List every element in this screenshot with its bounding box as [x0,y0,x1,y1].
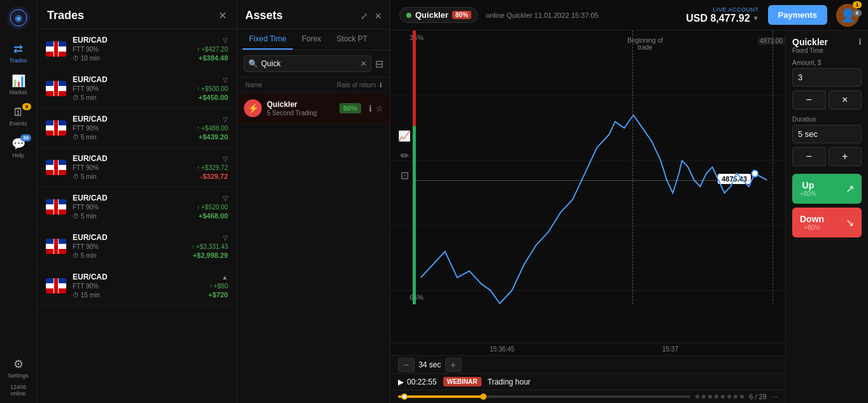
nav-label-help: Help [12,152,24,159]
nav-item-settings[interactable]: ⚙ Settings [0,352,36,384]
asset-item[interactable]: ⚡ Quickler 5 Second Trading 80% ℹ ☆ [238,93,390,124]
dot-4 [715,395,718,399]
account-label: LIVE ACCOUNT [686,6,758,13]
assets-search-input[interactable] [244,55,371,72]
svg-text:◉: ◉ [15,13,22,23]
trade-pair: EUR/CAD [73,115,108,124]
tab-fixed-time[interactable]: Fixed Time [243,29,293,50]
right-info-icon[interactable]: ℹ [858,37,862,46]
trades-close-button[interactable]: ✕ [218,10,227,22]
amount-clear-button[interactable]: × [829,90,862,110]
nav-item-market[interactable]: 📊 Market [0,69,36,101]
chart-wrapper: Quickler 80% online Quickler 11.01.2022 … [390,0,868,403]
assets-close-icon[interactable]: ✕ [374,11,382,21]
asset-star-icon[interactable]: ☆ [376,104,383,113]
trade-item[interactable]: EUR/CAD ▽ FTT 90% ↑ +$520.00 ⏱ 5 min +$4… [37,187,237,227]
trade-item[interactable]: EUR/CAD ▲ FTT 90% ↑ +$80 ⏱ 15 min +$720 [37,266,237,306]
nav-label-settings: Settings [8,372,29,379]
up-button-return: +80% [800,190,816,197]
trade-time: ⏱ 5 min [73,252,96,259]
nav-label-events: Events [10,120,27,127]
trades-title: Trades [47,9,84,22]
chart-main: 4876.00 4875.00 4874.00 4873.00 Beginnin… [390,31,785,343]
trade-profit: -$329.72 [201,173,228,180]
progress-more-button[interactable]: ··· [772,393,778,400]
dot-7 [734,395,737,399]
nav-item-events[interactable]: 9 🗓 Events [0,101,36,132]
header-right: LIVE ACCOUNT USD 8,477.92 ▼ Payments 👤 1… [686,4,859,27]
progress-bar-row: 6 / 28 ··· [390,390,785,403]
chart-status-text: online Quickler 11.01.2022 15:37:05 [486,11,599,19]
expand-icon: ▽ [223,116,228,123]
nav-item-help[interactable]: 39 💬 Help [0,132,36,164]
trade-flag [46,160,66,175]
trade-pair: EUR/CAD [73,36,108,45]
svg-rect-6 [54,41,58,57]
zoom-out-button[interactable]: − [398,358,415,372]
trade-bar [413,31,416,304]
trade-item[interactable]: EUR/CAD ▽ FTT 90% ↑ +$3,331.43 ⏱ 5 min +… [37,227,237,266]
asset-icon: ⚡ [244,99,262,117]
trade-flag [46,120,66,136]
trade-potential: ↑ +$520.00 [197,204,228,211]
duration-minus-button[interactable]: − [792,147,826,166]
nav-bottom: ⚙ Settings 12406 online [0,352,36,403]
svg-rect-16 [54,120,58,136]
trades-panel: Trades ✕ EUR/CAD ▽ FTT 90% [37,0,238,403]
dot-3 [708,395,712,399]
asset-info-icon[interactable]: ℹ [369,104,372,113]
expand-icon: ▽ [223,76,228,83]
trade-time: ⏱ 15 min [73,292,100,299]
webinar-time: 00:22:55 [407,378,437,386]
asset-sub: 5 Second Trading [267,110,339,117]
zoom-in-button[interactable]: + [445,358,462,372]
header-avatar[interactable]: 👤 1 6 [836,4,859,27]
account-info: LIVE ACCOUNT USD 8,477.92 ▼ [686,6,758,24]
trade-pair: EUR/CAD [73,233,108,242]
assets-resize-icon[interactable]: ⤢ [360,11,368,21]
trade-info: EUR/CAD ▽ FTT 90% ↑ +$520.00 ⏱ 5 min +$4… [73,194,228,220]
dot-1 [695,395,699,399]
payments-button[interactable]: Payments [768,5,827,25]
svg-rect-31 [54,239,58,254]
crosshair-h [413,180,752,181]
trade-profit: +$450.00 [199,94,228,101]
balance-dropdown-icon[interactable]: ▼ [753,15,759,22]
trade-potential: ↑ +$3,331.43 [192,243,228,250]
nav-logo[interactable]: ◉ [7,6,30,29]
trade-item[interactable]: EUR/CAD ▽ FTT 90% ↑ +$500.00 ⏱ 5 min +$4… [37,69,237,108]
webinar-timer: ▶ 00:22:55 [398,378,437,386]
price-4876: 4876.00 [757,37,785,45]
dot-8 [740,395,744,399]
chart-controls-left: − 34 sec + [398,358,462,372]
asset-return: 80% [339,103,361,113]
notification-badge: 1 [853,1,862,8]
trade-item[interactable]: EUR/CAD ▽ FTT 90% ↑ +$329.72 ⏱ 5 min -$3… [37,148,237,187]
chart-bottom-bar: − 34 sec + [390,355,785,373]
right-asset-name: Quickler [792,37,828,47]
search-clear-button[interactable]: ✕ [360,59,367,68]
nav-item-trades[interactable]: ⇄ Trades [0,37,36,69]
tab-forex[interactable]: Forex [295,29,328,50]
end-trade-line [772,31,773,304]
up-button[interactable]: Up +80% ↗ [792,174,862,204]
dot-6 [727,395,731,399]
trades-header: Trades ✕ [37,0,237,29]
assets-header-icons: ⤢ ✕ [360,11,382,21]
filter-icon[interactable]: ⊟ [375,58,383,70]
trade-ftt: FTT 90% [73,85,99,92]
down-button[interactable]: Down +80% ↘ [792,208,862,237]
market-icon: 📊 [11,74,25,88]
assets-search-row: 🔍 ✕ ⊟ [238,50,390,78]
trade-item[interactable]: EUR/CAD ▽ FTT 90% ↑ +$427.20 ⏱ 10 min +$… [37,29,237,69]
trade-info: EUR/CAD ▽ FTT 90% ↑ +$488.00 ⏱ 5 min +$4… [73,115,228,141]
amount-input[interactable]: 3 [792,68,862,87]
duration-label: Duration [792,116,862,123]
trade-item[interactable]: EUR/CAD ▽ FTT 90% ↑ +$488.00 ⏱ 5 min +$4… [37,108,237,148]
tab-stock-pt[interactable]: Stock PT [330,29,374,50]
right-asset-type: Fixed Time [792,47,828,54]
trade-potential: ↑ +$80 [209,283,228,290]
assets-panel: Assets ⤢ ✕ Fixed Time Forex Stock PT 🔍 ✕… [238,0,390,403]
amount-minus-button[interactable]: − [792,90,826,110]
duration-plus-button[interactable]: + [829,147,862,166]
